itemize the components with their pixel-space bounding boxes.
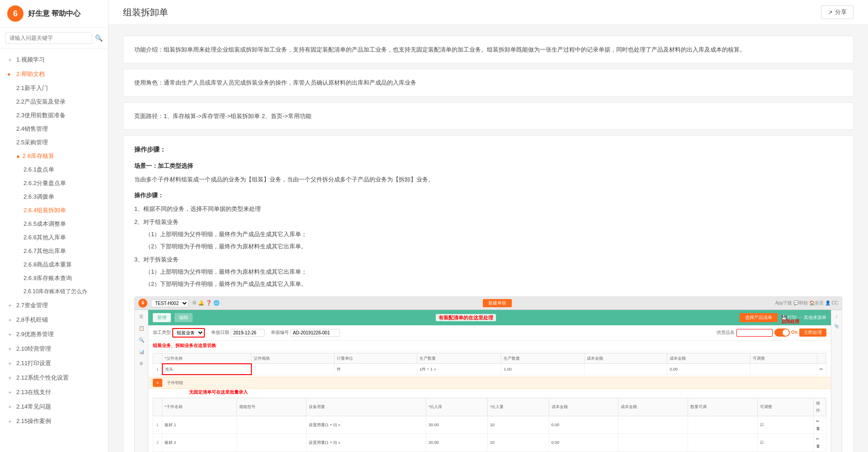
th-child-name: *子件名称 (162, 398, 237, 416)
sidebar-item-2-6-3[interactable]: 2.6.3调拨单 (0, 190, 108, 204)
td-child-cost2-2 (618, 433, 688, 451)
sidebar-item-2-13[interactable]: ＋ 2.13在线支付 (0, 385, 108, 400)
td-prod2: 1.00 (501, 364, 584, 375)
form-date-label: 单据日期 (211, 328, 229, 337)
app-icons: ⚙ 🔔 ❓ 🌐 (192, 299, 220, 308)
app-select-product-btn[interactable]: 选择产品清单 (740, 313, 778, 322)
share-icon: ↗ (828, 9, 833, 16)
th-child-cost2: 成本金额 (618, 398, 688, 416)
form-type-select[interactable]: 组装业务 拆卸业务 (172, 328, 205, 338)
sidebar-item-2-4[interactable]: 2.4销售管理 (0, 122, 108, 136)
sidebar-item-2-6-7[interactable]: 2.6.7其他出库单 (0, 244, 108, 258)
sidebar-item-2-7[interactable]: ＋ 2.7资金管理 (0, 298, 108, 313)
sidebar-item-2-6-10[interactable]: 2.6.10库存账本错了怎么办 (0, 285, 108, 298)
td-child-ops-1: ✏ 🗑 (814, 416, 826, 433)
sidebar-item-2-5[interactable]: 2.5采购管理 (0, 136, 108, 149)
toggle-container: On (774, 328, 797, 337)
annotation-2-text: 组装业务、拆卸业务在这里切换 (153, 343, 216, 348)
form-no-input[interactable] (290, 329, 340, 337)
sidebar-item-2-11[interactable]: ＋ 2.11打印设置 (0, 356, 108, 371)
sidebar-item-2-6[interactable]: ● 2.6库存核算 (0, 149, 108, 163)
form-field-date: 单据日期 (211, 328, 264, 337)
sidebar-item-2-8[interactable]: ＋ 2.8手机旺铺 (0, 313, 108, 327)
role-card: 使用角色：通常由生产人员或库管人员完成拆装业务的操作，库管人员确认原材料的出库和… (123, 69, 854, 96)
nav-list: ＋ 1.视频学习 ● 2.帮助文档 2.1新手入门 2.2产品安装及登录 2.3… (0, 49, 108, 452)
app-tab-save[interactable]: 编辑 (175, 313, 193, 322)
sidebar-item-2-6-5[interactable]: 2.6.5成本调整单 (0, 217, 108, 231)
th-parent-name: *父件名称 (162, 353, 251, 364)
app-form-row: 加工类型 组装业务 拆卸业务 单据日期 单 (148, 325, 831, 341)
td-child-adj-1: ☑ (757, 416, 813, 433)
expand-icon-2-7: ＋ (7, 302, 14, 309)
sub-table-header-row: ≡ 子件明细 无固定清单可在这里批量录入 (148, 377, 831, 389)
app-new-order-btn[interactable]: 新建单据 (483, 299, 512, 307)
th-inout: *出入库 (426, 398, 487, 416)
ops-title: 操作步骤： (134, 144, 842, 155)
sidebar-item-2-14[interactable]: ＋ 2.14常见问题 (0, 400, 108, 414)
td-inout-qty-2: 10 (487, 433, 549, 451)
sidebar-item-2-6-2[interactable]: 2.6.2分量盘点单 (0, 176, 108, 190)
td-child-spec-1 (237, 416, 307, 433)
td-inout-qty-1: 10 (487, 416, 549, 433)
app-center-btn: 新建单据 (223, 299, 771, 307)
th-child-usage: 设备用量 (306, 398, 426, 416)
sidebar-item-docs[interactable]: ● 2.帮助文档 (0, 67, 108, 81)
sidebar-item-2-15[interactable]: ＋ 2.15操作案例 (0, 414, 108, 428)
main-area: 组装拆卸单 ↗ 分享 功能介绍：组装拆卸单用来处理企业组装或拆卸等加工业务，支持… (108, 0, 868, 452)
th-qty-adj: 数量可调 (688, 398, 757, 416)
sidebar-item-2-12[interactable]: ＋ 2.12系统个性化设置 (0, 371, 108, 385)
td-parent-spec (251, 364, 334, 375)
sidebar-item-2-1[interactable]: 2.1新手入门 (0, 81, 108, 95)
form-toggle-area: 供货品名 On 立即处理 启用处理 (717, 328, 826, 337)
search-icon[interactable]: 🔍 (95, 34, 103, 42)
th-child-cost1: 成本金额 (549, 398, 618, 416)
share-button[interactable]: ↗ 分享 (821, 5, 854, 19)
sidebar-item-video[interactable]: ＋ 1.视频学习 (0, 52, 108, 67)
td-child-name-1: 板材 1 (162, 416, 237, 433)
expand-icon-2-14: ＋ (7, 403, 14, 411)
app-tab-new[interactable]: 新增 (153, 313, 171, 322)
td-child-adj-2: ☑ (757, 433, 813, 451)
sidebar-item-2-3[interactable]: 2.3使用前数据准备 (0, 109, 108, 122)
td-qty-adj-2 (688, 433, 757, 451)
child-row-1: 1 板材 1 设置用量(1 + 0) = 30.00 10 0.00 (153, 416, 826, 433)
td-cost2: 0.00 (667, 364, 750, 375)
form-date-input[interactable] (231, 329, 264, 337)
annotation-2-row: 组装业务、拆卸业务在这里切换 (148, 341, 831, 351)
step2-1: （1）上部明细为父件明细，最终作为产成品生成其它入库单； (134, 229, 842, 239)
step2: 2、对于组装业务 (134, 217, 842, 227)
td-cost1 (584, 364, 667, 375)
sub-table-label: 子件明细 (167, 379, 183, 386)
app-company-select[interactable]: TEST-H002 (151, 300, 189, 307)
sidebar-item-2-6-4[interactable]: 2.6.4组装拆卸单 (0, 204, 108, 217)
th-ops (817, 353, 826, 364)
form-supplier-input[interactable] (736, 329, 773, 337)
td-child-cost1-1: 0.00 (549, 416, 618, 433)
icon-5: ⚙ (139, 360, 143, 368)
td-unit: 件 (334, 364, 417, 375)
search-box[interactable]: 🔍 (0, 28, 108, 49)
step3: 3、对于拆装业务 (134, 254, 842, 265)
sidebar-item-2-6-6[interactable]: 2.6.6其他入库单 (0, 231, 108, 244)
sidebar-item-2-6-1[interactable]: 2.6.1盘点单 (0, 163, 108, 176)
app-confirm-btn[interactable]: 立即处理 (799, 328, 826, 337)
app-right-icon-bar: ↕ 📎 (831, 310, 842, 452)
enable-toggle[interactable] (774, 328, 790, 337)
app-main-content: 新增 编辑 有装配清单的在这里处理 选择产品清单 💾 打印 ⋯ 其他来源单 加工 (148, 310, 831, 452)
sidebar-item-2-2[interactable]: 2.2产品安装及登录 (0, 95, 108, 109)
toggle-on-label: On (791, 328, 797, 337)
sidebar-item-2-6-9[interactable]: 2.6.9库存账本查询 (0, 271, 108, 285)
sidebar-item-2-9[interactable]: ＋ 2.9优惠券管理 (0, 327, 108, 342)
td-child-cost1-2: 0.00 (549, 433, 618, 451)
search-input[interactable] (5, 32, 92, 44)
expand-icon-2-11: ＋ (7, 360, 14, 367)
icon-3: 🔍 (139, 336, 144, 344)
form-field-type: 加工类型 组装业务 拆卸业务 (153, 328, 205, 338)
td-act: ✏ (817, 364, 826, 375)
ops-steps-title: 操作步骤： (134, 190, 842, 200)
td-child-no-1: 1 (153, 416, 162, 433)
step2-2: （2）下部明细为子件明细，最终作为原材料生成其它出库单。 (134, 241, 842, 252)
sidebar-item-2-10[interactable]: ＋ 2.10经营管理 (0, 342, 108, 356)
sidebar-item-2-6-8[interactable]: 2.6.8商品成本重算 (0, 258, 108, 271)
th-cost-amt2: 成本金额 (667, 353, 750, 364)
